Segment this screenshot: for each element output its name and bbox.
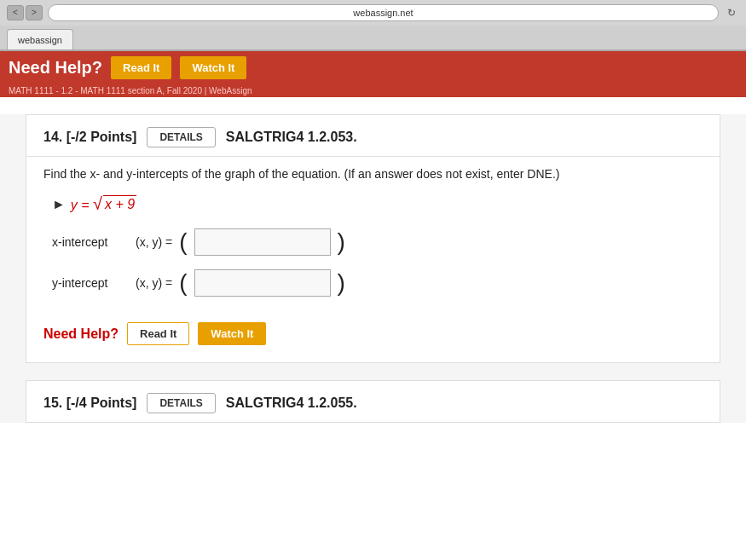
header-watch-it-button[interactable]: Watch It — [180, 56, 246, 79]
page-content: Need Help? Read It Watch It MATH 1111 - … — [0, 51, 746, 560]
main-area: 14. [-/2 Points] DETAILS SALGTRIG4 1.2.0… — [0, 114, 746, 423]
y-intercept-row: y-intercept (x, y) = ( ) — [52, 269, 703, 297]
problem-15-section: 15. [-/4 Points] DETAILS SALGTRIG4 1.2.0… — [26, 380, 720, 423]
equation-y: y = — [71, 198, 93, 212]
problem-14-number: 14. [-/2 Points] — [43, 130, 136, 145]
y-xy-label: (x, y) = — [136, 276, 172, 290]
back-button[interactable]: < — [7, 5, 24, 20]
need-help-section: Need Help? Read It Watch It — [43, 314, 703, 345]
problem-14-body: Find the x- and y-intercepts of the grap… — [26, 156, 720, 362]
equation-line: ► y = √ x + 9 — [52, 195, 703, 213]
nav-buttons: < > — [7, 5, 43, 20]
forward-button[interactable]: > — [26, 5, 43, 20]
y-paren-close: ) — [338, 271, 345, 295]
problem-14-header: 14. [-/2 Points] DETAILS SALGTRIG4 1.2.0… — [26, 115, 720, 156]
sqrt-wrapper: √ x + 9 — [93, 195, 136, 212]
course-info-text: MATH 1111 - 1.2 - MATH 1111 section A, F… — [9, 86, 252, 95]
x-intercept-label: x-intercept — [52, 235, 129, 249]
problem-15-number: 15. [-/4 Points] — [43, 395, 136, 411]
x-paren-close: ) — [338, 230, 345, 254]
read-it-button[interactable]: Read It — [127, 322, 189, 345]
x-xy-label: (x, y) = — [136, 235, 172, 249]
problem-14-code: SALGTRIG4 1.2.053. — [226, 130, 357, 145]
browser-chrome: < > webassign.net ↻ webassign — [0, 0, 746, 51]
x-intercept-row: x-intercept (x, y) = ( ) — [52, 228, 703, 256]
watch-it-button[interactable]: Watch It — [198, 322, 266, 345]
x-intercept-input[interactable] — [194, 228, 331, 256]
header-need-help-label: Need Help? — [9, 58, 102, 78]
browser-tab-bar: webassign — [0, 26, 746, 50]
webpage-subheader: MATH 1111 - 1.2 - MATH 1111 section A, F… — [0, 84, 746, 97]
problem-14-details-button[interactable]: DETAILS — [147, 127, 215, 147]
sqrt-content: x + 9 — [103, 195, 136, 212]
browser-top-bar: < > webassign.net ↻ — [0, 0, 746, 26]
sqrt-radical-symbol: √ — [93, 195, 102, 212]
equation-text: y = √ x + 9 — [71, 195, 136, 213]
tab-label: webassign — [18, 35, 62, 45]
address-text: webassign.net — [353, 8, 413, 18]
y-paren-open: ( — [179, 271, 187, 295]
problem-14-instruction: Find the x- and y-intercepts of the grap… — [43, 165, 703, 183]
y-intercept-label: y-intercept — [52, 276, 129, 290]
y-intercept-input[interactable] — [194, 269, 331, 297]
problem-15-header: 15. [-/4 Points] DETAILS SALGTRIG4 1.2.0… — [26, 381, 720, 422]
address-bar[interactable]: webassign.net — [48, 4, 719, 21]
problem-15-details-button[interactable]: DETAILS — [147, 393, 215, 413]
x-paren-open: ( — [179, 230, 187, 254]
problem-15-code: SALGTRIG4 1.2.055. — [226, 395, 357, 411]
need-help-label: Need Help? — [43, 326, 119, 342]
reload-button[interactable]: ↻ — [724, 5, 739, 20]
equation-bullet: ► — [52, 197, 66, 212]
problem-14-section: 14. [-/2 Points] DETAILS SALGTRIG4 1.2.0… — [26, 114, 720, 363]
header-read-it-button[interactable]: Read It — [111, 56, 171, 79]
webpage-header: Need Help? Read It Watch It — [0, 51, 746, 84]
browser-tab[interactable]: webassign — [7, 29, 73, 49]
